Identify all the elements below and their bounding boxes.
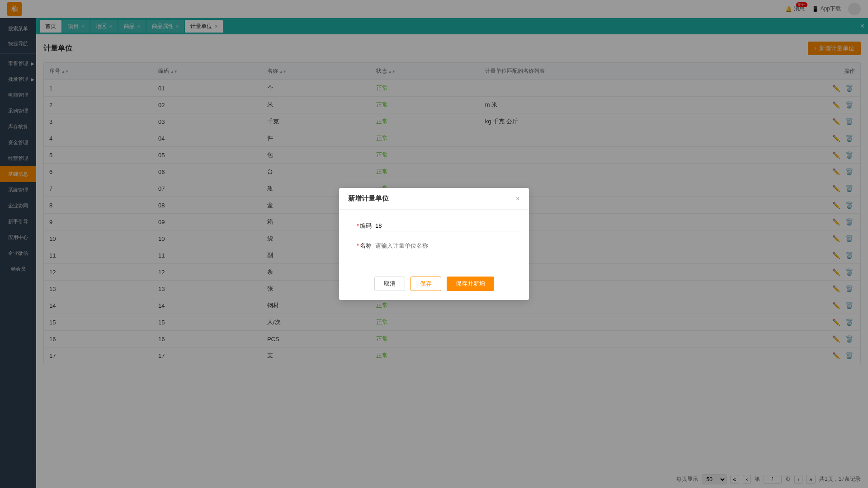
form-row-code: 编码: [348, 221, 520, 231]
save-button[interactable]: 保存: [410, 277, 441, 291]
modal-overlay: 新增计量单位 × 编码 名称 取消 保存 保存并新增: [0, 0, 868, 488]
name-input[interactable]: [375, 240, 520, 251]
form-row-name: 名称: [348, 240, 520, 251]
modal-close-button[interactable]: ×: [516, 195, 520, 203]
code-input[interactable]: [375, 221, 520, 231]
modal-footer: 取消 保存 保存并新增: [339, 271, 529, 300]
cancel-button[interactable]: 取消: [374, 277, 405, 291]
modal-body: 编码 名称: [339, 210, 529, 271]
code-label: 编码: [348, 222, 375, 230]
modal-title: 新增计量单位: [348, 194, 389, 203]
modal-header: 新增计量单位 ×: [339, 188, 529, 210]
add-unit-modal: 新增计量单位 × 编码 名称 取消 保存 保存并新增: [339, 188, 529, 300]
name-label: 名称: [348, 242, 375, 250]
save-and-new-button[interactable]: 保存并新增: [447, 277, 494, 291]
